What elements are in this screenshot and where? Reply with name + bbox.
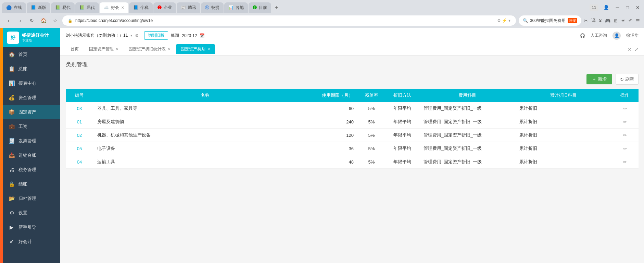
cell-id: 02 bbox=[66, 129, 93, 142]
tab-close-icon[interactable]: ✕ bbox=[207, 47, 210, 51]
browser-tab-6[interactable]: 📘 个税 bbox=[129, 2, 153, 13]
cell-method: 年限平均 bbox=[385, 115, 419, 129]
user-name-text: 刘小艳演示账套（勿删勿动！）11 bbox=[66, 33, 128, 38]
period-label: 账期 bbox=[171, 33, 179, 38]
browser-tab-8[interactable]: 📰 腾讯 bbox=[177, 2, 200, 13]
sidebar-item-stock[interactable]: 📥 进销台账 bbox=[3, 148, 60, 163]
browser-tab-2[interactable]: 📘 新版 bbox=[27, 2, 50, 13]
cell-name: 电子设备 bbox=[93, 142, 317, 155]
home-button[interactable]: 🏠 bbox=[39, 16, 48, 25]
browser-tab-10[interactable]: 📊 各地 bbox=[224, 2, 248, 13]
url-input[interactable]: 🔒 https://cloud.chanjet.com/accounting/u… bbox=[62, 15, 516, 26]
profile-icon[interactable]: 👤 bbox=[601, 4, 611, 11]
address-bar: ‹ › ↻ 🏠 ☆ 🔒 https://cloud.chanjet.com/ac… bbox=[0, 13, 644, 28]
user-setting-icon[interactable]: ⚙ bbox=[135, 33, 139, 38]
game-icon[interactable]: 🎮 bbox=[605, 18, 610, 23]
tab-label: 企业 bbox=[164, 5, 172, 11]
sidebar-label: 好会计 bbox=[18, 239, 32, 245]
search-bar[interactable]: 🔍 360智能抠图免费用 热搜 bbox=[519, 15, 581, 26]
sidebar-label: 进销台账 bbox=[18, 152, 36, 158]
top-bar: 刘小艳演示账套（勿删勿动！）11 ▾ ⚙ 切到旧版 账期 2023-12 📅 🎧… bbox=[60, 28, 644, 43]
edit-icon[interactable]: ✏ bbox=[623, 106, 627, 111]
refresh-button[interactable]: ↻ 刷新 bbox=[616, 74, 639, 85]
scissors-icon[interactable]: ✂ bbox=[584, 18, 588, 23]
undo-icon[interactable]: ↶ bbox=[629, 18, 632, 23]
refresh-icon: ↻ bbox=[620, 77, 624, 82]
back-button[interactable]: ‹ bbox=[4, 16, 13, 25]
sidebar-item-tax[interactable]: 🖨 税务管理 bbox=[3, 163, 60, 177]
col-header-period: 使用期限（月） bbox=[317, 89, 358, 102]
maximize-tab-action[interactable]: ⤢ bbox=[634, 47, 639, 52]
sidebar-item-invoice[interactable]: 🧾 发票管理 bbox=[3, 134, 60, 148]
user-dropdown-arrow[interactable]: ▾ bbox=[130, 34, 132, 37]
sidebar-item-guide[interactable]: ▶ 新手引导 bbox=[3, 220, 60, 235]
browser-tab-4[interactable]: 📗 易代 bbox=[75, 2, 99, 13]
browser-tab-7[interactable]: 🅒 企业 bbox=[153, 2, 176, 13]
cell-name: 机器、机械和其他生产设备 bbox=[93, 129, 317, 142]
browser-tab-3[interactable]: 📗 易代 bbox=[51, 2, 75, 13]
page-tab-depreciation-table[interactable]: 固定资产折旧统计表 ✕ bbox=[124, 44, 175, 54]
logo-symbol: 好 bbox=[11, 35, 15, 41]
sidebar-item-app[interactable]: ✔ 好会计 bbox=[3, 235, 60, 249]
brightness-icon[interactable]: ☀ bbox=[621, 18, 625, 23]
page-tab-home[interactable]: 首页 bbox=[66, 44, 84, 54]
close-tab-action[interactable]: ✕ bbox=[628, 47, 632, 52]
close-btn[interactable]: ✕ bbox=[634, 4, 642, 11]
sidebar-item-settings[interactable]: ⚙ 设置 bbox=[3, 206, 60, 220]
translate-icon[interactable]: 译 bbox=[591, 17, 596, 24]
sidebar-label: 固定资产 bbox=[18, 109, 36, 115]
cell-id: 01 bbox=[66, 115, 93, 129]
window-controls: 11 👤 ─ □ ✕ bbox=[590, 4, 642, 11]
calendar-icon[interactable]: 📅 bbox=[200, 33, 205, 38]
new-tab-button[interactable]: + bbox=[272, 3, 281, 12]
page-tab-asset-category[interactable]: 固定资产类别 ✕ bbox=[176, 44, 215, 54]
edit-icon[interactable]: ✏ bbox=[623, 133, 627, 138]
sidebar-item-reports[interactable]: 📊 报表中心 bbox=[3, 76, 60, 91]
edit-icon[interactable]: ✏ bbox=[623, 146, 627, 151]
browser-tab-5[interactable]: ☁️ 好会 ✕ bbox=[100, 2, 128, 13]
sidebar-item-checkout[interactable]: 🔒 结账 bbox=[3, 177, 60, 191]
browser-tab-9[interactable]: Ⓜ 畅提 bbox=[201, 2, 224, 13]
user-label: 徐泽华 bbox=[626, 33, 639, 38]
tab-close-btn[interactable]: ✕ bbox=[121, 5, 124, 10]
menu-icon[interactable]: ☰ bbox=[636, 18, 640, 23]
sidebar-label: 首页 bbox=[18, 51, 27, 58]
logo-icon: 好 bbox=[7, 32, 19, 44]
cell-accum: 累计折旧 bbox=[515, 115, 611, 129]
edit-icon[interactable]: ✏ bbox=[623, 119, 627, 124]
cell-name: 房屋及建筑物 bbox=[93, 115, 317, 129]
sidebar-item-assets[interactable]: 📦 固定资产 bbox=[3, 105, 60, 119]
tab-close-icon[interactable]: ✕ bbox=[168, 47, 171, 51]
page-tab-asset-mgmt[interactable]: 固定资产管理 ✕ bbox=[84, 44, 123, 54]
sidebar-label: 结账 bbox=[18, 181, 27, 187]
edit-icon[interactable]: ✏ bbox=[623, 159, 627, 165]
cell-op: ✏ bbox=[611, 142, 639, 155]
minimize-btn[interactable]: ─ bbox=[614, 4, 621, 11]
sidebar-item-archive[interactable]: 📂 归档管理 bbox=[3, 191, 60, 206]
cell-residual: 5% bbox=[358, 115, 385, 129]
app-container: 好 畅捷通好会计 专业版 🏠 首页 📋 总账 📊 报表中心 💰 bbox=[0, 28, 644, 263]
tab-close-icon[interactable]: ✕ bbox=[116, 47, 118, 51]
sidebar-label: 工资 bbox=[18, 123, 27, 130]
sidebar-item-funds[interactable]: 💰 资金管理 bbox=[3, 91, 60, 105]
forward-button[interactable]: › bbox=[16, 16, 25, 25]
grid-icon[interactable]: ⊞ bbox=[614, 18, 618, 23]
search-text: 360智能抠图免费用 bbox=[530, 18, 566, 24]
add-button[interactable]: ＋ 新增 bbox=[586, 74, 612, 84]
refresh-button[interactable]: ↻ bbox=[27, 16, 36, 25]
sidebar-label: 发票管理 bbox=[18, 138, 36, 144]
cell-id: 05 bbox=[66, 142, 93, 155]
cell-accum: 累计折旧 bbox=[515, 102, 611, 115]
currency-icon[interactable]: ¥ bbox=[599, 18, 602, 23]
service-label[interactable]: 人工咨询 bbox=[591, 33, 607, 38]
sidebar-item-ledger[interactable]: 📋 总账 bbox=[3, 62, 60, 76]
browser-tab-11[interactable]: 🅢 目前 bbox=[249, 2, 271, 13]
sidebar-item-home[interactable]: 🏠 首页 bbox=[3, 47, 60, 62]
cell-period: 36 bbox=[317, 142, 358, 155]
browser-tab-1[interactable]: 🔵 在线 bbox=[2, 2, 26, 13]
maximize-btn[interactable]: □ bbox=[624, 4, 631, 11]
sidebar-item-payroll[interactable]: 💼 工资 bbox=[3, 119, 60, 134]
page-tab-label: 固定资产折旧统计表 bbox=[129, 46, 166, 52]
switch-old-version-button[interactable]: 切到旧版 bbox=[144, 31, 168, 40]
bookmark-button[interactable]: ☆ bbox=[51, 16, 60, 25]
